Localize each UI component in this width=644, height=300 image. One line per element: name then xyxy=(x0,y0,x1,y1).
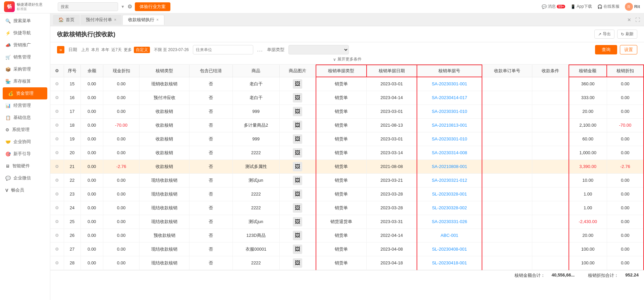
tab-home[interactable]: 🏠 首页 xyxy=(53,15,80,25)
balance-cell: 0.00 xyxy=(80,77,103,91)
user-area[interactable]: R Rit xyxy=(625,3,640,11)
gear-cell: ⚙ xyxy=(50,256,64,270)
verify-bill-no-cell[interactable]: SA-20210808-001 xyxy=(417,160,482,173)
no-cell: 26 xyxy=(64,228,80,242)
receipt-condition-cell xyxy=(532,132,569,146)
expand-more-btn[interactable]: ∨ 展开更多条件 xyxy=(333,56,362,62)
gear-cell: ⚙ xyxy=(50,215,64,228)
marketing-icon: 📣 xyxy=(5,43,11,48)
product-cell: 999 xyxy=(232,132,279,146)
sidebar-item-nav[interactable]: ⚡ 快捷导航 xyxy=(0,27,50,39)
product-image-cell: 🖼 xyxy=(279,91,316,104)
sidebar-item-purchase[interactable]: 📦 采购管理 xyxy=(0,63,50,75)
sidebar-item-inventory[interactable]: 🏪 库存核算 xyxy=(0,75,50,87)
tab-prepay[interactable]: 预付冲应付单 × xyxy=(80,15,122,25)
operations-icon: 📊 xyxy=(5,103,11,108)
bill-type-label: 单据类型 xyxy=(267,47,284,53)
date-prev-month[interactable]: 上月 xyxy=(81,47,89,53)
verify-amount-cell: 2,100.00 xyxy=(569,118,607,132)
tab-expand-btn[interactable]: ⛶ xyxy=(634,16,641,24)
sidebar-item-operations[interactable]: 📊 经营管理 xyxy=(0,99,50,112)
gear-cell: ⚙ xyxy=(50,242,64,256)
product-image-cell: 🖼 xyxy=(279,104,316,118)
refresh-btn[interactable]: ↻ 刷新 xyxy=(617,30,637,39)
verify-bill-no-cell[interactable]: SL-20230408-001 xyxy=(417,242,482,256)
verify-bill-date-cell: 2023-04-18 xyxy=(367,256,417,270)
product-image-cell: 🖼 xyxy=(279,132,316,146)
receipt-order-no-cell xyxy=(482,132,532,146)
verify-bill-no-cell[interactable]: ABC-001 xyxy=(417,228,482,242)
bill-type-select[interactable] xyxy=(288,45,349,54)
sidebar-item-collab[interactable]: 🤝 企业协同 xyxy=(0,136,50,148)
tab-verify[interactable]: 收款核销执行 × xyxy=(122,15,164,25)
verify-bill-no-cell[interactable]: SA-20230321-012 xyxy=(417,173,482,187)
sidebar-item-system[interactable]: ⚙ 系统管理 xyxy=(0,124,50,136)
verify-bill-no-cell[interactable]: SA-20230331-026 xyxy=(417,215,482,228)
verify-discount-cell: 0.00 xyxy=(607,215,644,228)
product-image-cell: 🖼 xyxy=(279,187,316,201)
verify-bill-no-cell[interactable]: SA-20210813-001 xyxy=(417,118,482,132)
verify-type-cell: 预付冲应收 xyxy=(140,91,190,104)
tab-close-btn[interactable]: ✕ xyxy=(626,16,633,24)
settings-btn[interactable]: 设置 xyxy=(620,45,637,54)
dropdown-icon[interactable]: ▼ xyxy=(121,4,125,9)
verify-bill-date-cell: 2023-03-28 xyxy=(367,187,417,201)
sidebar-item-basic-info[interactable]: 📋 基础信息 xyxy=(0,112,50,124)
verify-bill-no-cell[interactable]: SL-20230328-002 xyxy=(417,201,482,215)
verify-bill-no-cell[interactable]: SA-20230301-010 xyxy=(417,132,482,146)
date-more[interactable]: 更多 xyxy=(124,47,132,53)
gear-icon[interactable]: ⚙ xyxy=(127,3,132,10)
sidebar-item-sales[interactable]: 🛒 销售管理 xyxy=(0,51,50,63)
filter-expand-btn[interactable]: » xyxy=(57,46,64,53)
sidebar-item-guide[interactable]: 🎯 新手引导 xyxy=(0,148,50,160)
sidebar-item-wechat[interactable]: 💬 企业微信 xyxy=(0,172,50,184)
search-bar-container: ▼ ⚙ 体验行业方案 xyxy=(58,2,538,11)
table-container[interactable]: ⚙ 序号 余额 现金折扣 核销类型 包含已结清 商品 商品图片 核销单据类型 核… xyxy=(50,65,644,300)
no-cell: 18 xyxy=(64,118,80,132)
chevron-down-icon: ∨ xyxy=(333,57,336,62)
product-cell: 2222 xyxy=(232,187,279,201)
date-7days[interactable]: 近7天 xyxy=(111,47,122,53)
sidebar-item-search[interactable]: 🔍 搜索菜单 xyxy=(0,15,50,27)
verify-amount-cell: 1,000.00 xyxy=(569,146,607,160)
verify-bill-type-cell: 销货单 xyxy=(316,118,367,132)
industry-btn[interactable]: 体验行业方案 xyxy=(135,2,170,11)
message-btn[interactable]: 💬 消息 99+ xyxy=(542,4,565,9)
receipt-condition-cell xyxy=(532,242,569,256)
total-discount-value: 952.24 xyxy=(625,272,639,278)
tab-verify-close[interactable]: × xyxy=(156,17,159,22)
tab-prepay-close[interactable]: × xyxy=(114,17,116,22)
verify-bill-no-cell[interactable]: SA-20230301-001 xyxy=(417,77,482,91)
export-btn[interactable]: ↗ 导出 xyxy=(594,30,614,39)
verify-bill-type-cell: 销货单 xyxy=(316,160,367,173)
sidebar-item-marketing[interactable]: 📣 营销推广 xyxy=(0,39,50,51)
date-this-year[interactable]: 本年 xyxy=(101,47,109,53)
from-unit-input[interactable] xyxy=(193,45,253,54)
verify-bill-date-cell: 2023-03-31 xyxy=(367,215,417,228)
sidebar-item-finance[interactable]: 💰 资金管理 xyxy=(3,87,47,99)
no-cell: 19 xyxy=(64,132,80,146)
custom-date-btn[interactable]: 自定义 xyxy=(134,47,150,53)
verify-bill-no-cell[interactable]: SA-20230301-010 xyxy=(417,104,482,118)
balance-cell: 0.00 xyxy=(80,215,103,228)
app-download-btn[interactable]: 📱 App下载 xyxy=(571,4,592,9)
online-service-btn[interactable]: 🎧 在线客服 xyxy=(597,4,620,9)
verify-bill-no-cell[interactable]: SL-20230328-001 xyxy=(417,187,482,201)
verify-bill-no-cell[interactable]: SL-20230418-001 xyxy=(417,256,482,270)
verify-discount-cell: 0.00 xyxy=(607,242,644,256)
cash-discount-cell: -70.00 xyxy=(103,118,139,132)
col-verify-amount: 核销金额 xyxy=(569,65,607,77)
receipt-order-no-cell xyxy=(482,160,532,173)
verify-bill-no-cell[interactable]: SA-20230414-017 xyxy=(417,91,482,104)
data-table: ⚙ 序号 余额 现金折扣 核销类型 包含已结清 商品 商品图片 核销单据类型 核… xyxy=(50,65,644,270)
date-this-month[interactable]: 本月 xyxy=(91,47,99,53)
sidebar-item-hardware[interactable]: 🖥 智能硬件 xyxy=(0,160,50,172)
verify-bill-date-cell: 2023-03-28 xyxy=(367,201,417,215)
verify-bill-no-cell[interactable]: SA-20230314-008 xyxy=(417,146,482,160)
receipt-order-no-cell xyxy=(482,173,532,187)
table-row: ⚙ 21 0.00 -2.76 收款核销 否 测试多属性 🖼 销货单 2021-… xyxy=(50,160,644,173)
query-btn[interactable]: 查询 xyxy=(595,45,617,54)
search-input[interactable] xyxy=(58,2,118,11)
verify-bill-date-cell: 2023-04-08 xyxy=(367,242,417,256)
sidebar-item-member[interactable]: V 畅会员 xyxy=(0,184,50,196)
